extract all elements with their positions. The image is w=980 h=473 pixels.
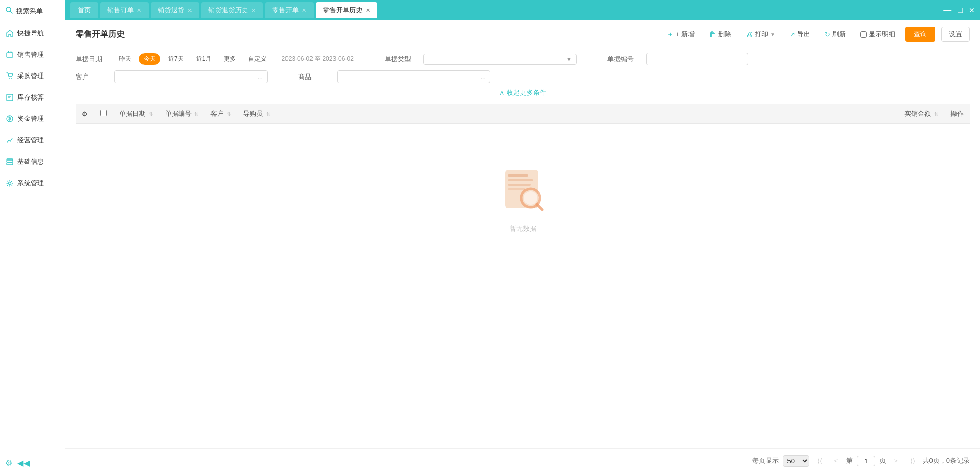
svg-rect-16: [508, 184, 531, 186]
tab-retail-open-history[interactable]: 零售开单历史 ✕: [316, 2, 377, 18]
number-filter-input[interactable]: [646, 53, 748, 65]
page-title: 零售开单历史: [76, 29, 125, 40]
collapse-more-button[interactable]: ∧ 收起更多条件: [76, 88, 970, 97]
tab-retail-open-label: 零售开单: [272, 6, 299, 15]
sidebar-item-sales-mgmt[interactable]: 销售管理: [0, 44, 65, 65]
date-btn-today[interactable]: 今天: [139, 53, 160, 65]
table-col-checkbox[interactable]: [94, 104, 113, 124]
print-button[interactable]: 🖨 打印 ▼: [742, 28, 779, 41]
sidebar-collapse-button[interactable]: ◀◀: [17, 458, 30, 468]
type-filter-select[interactable]: ▼: [423, 54, 577, 65]
print-icon: 🖨: [746, 30, 753, 38]
export-button[interactable]: ↗ 导出: [785, 28, 815, 41]
refresh-button[interactable]: ↻ 刷新: [821, 28, 850, 41]
col-action-label: 操作: [950, 110, 964, 117]
tab-retail-open[interactable]: 零售开单 ✕: [265, 2, 314, 18]
main-content: 首页 销售订单 ✕ 销货退货 ✕ 销货退货历史 ✕ 零售开单 ✕ 零售开单历史 …: [65, 0, 980, 473]
tab-close-icon[interactable]: ✕: [137, 7, 141, 14]
pagination-page-input[interactable]: 1: [857, 456, 875, 466]
chevron-up-icon: ∧: [499, 89, 505, 97]
tab-close-icon[interactable]: ✕: [366, 7, 370, 14]
customer-filter-label: 客户: [76, 72, 104, 82]
pagination-next-button[interactable]: ＞: [890, 455, 902, 467]
tab-home[interactable]: 首页: [70, 2, 98, 18]
goods-filter-select[interactable]: ...: [337, 70, 490, 83]
filter-row-1: 单据日期 昨天 今天 近7天 近1月 更多 自定义 2023-06-02 至 2…: [76, 53, 970, 65]
pagination-last-button[interactable]: ⟩⟩: [906, 455, 919, 467]
sort-arrows-icon[interactable]: ⇅: [266, 111, 270, 117]
page-header: 零售开单历史 ＋ + 新增 🗑 删除 🖨 打印 ▼ ↗ 导出: [65, 20, 980, 46]
display-detail-checkbox[interactable]: [860, 31, 867, 38]
tab-retail-open-history-label: 零售开单历史: [323, 6, 363, 15]
date-btn-more[interactable]: 更多: [219, 53, 241, 65]
sort-arrows-icon[interactable]: ⇅: [149, 111, 153, 117]
tab-close-icon[interactable]: ✕: [302, 7, 306, 14]
add-icon: ＋: [667, 30, 674, 39]
select-all-checkbox[interactable]: [100, 110, 107, 116]
sidebar-item-label: 采购管理: [17, 71, 44, 81]
collapse-more-label: 收起更多条件: [507, 88, 546, 97]
tab-home-label: 首页: [78, 6, 91, 15]
table-col-action: 操作: [944, 104, 970, 124]
date-btn-yesterday[interactable]: 昨天: [114, 53, 136, 65]
add-button[interactable]: ＋ + 新增: [663, 28, 699, 41]
date-btn-custom[interactable]: 自定义: [244, 53, 271, 65]
table-col-settings[interactable]: ⚙: [76, 104, 94, 124]
sidebar: 搜索采单 快捷导航 销售管理 采购管理: [0, 0, 65, 473]
tab-close-icon[interactable]: ✕: [251, 7, 256, 14]
goods-dots-icon: ...: [480, 73, 486, 81]
pagination-first-button[interactable]: ⟨⟨: [814, 455, 826, 467]
sidebar-bottom: ⚙ ◀◀: [0, 453, 65, 473]
empty-text: 暂无数据: [510, 224, 536, 233]
window-minimize-button[interactable]: —: [943, 6, 951, 15]
svg-rect-5: [7, 94, 13, 101]
sidebar-item-purchase-mgmt[interactable]: 采购管理: [0, 65, 65, 87]
tab-close-icon[interactable]: ✕: [187, 7, 192, 14]
sidebar-item-operations[interactable]: 经营管理: [0, 130, 65, 151]
sort-arrows-icon[interactable]: ⇅: [227, 111, 231, 117]
sidebar-search[interactable]: 搜索采单: [0, 0, 65, 22]
col-customer-label: 客户: [210, 110, 224, 117]
svg-rect-11: [7, 159, 13, 160]
sidebar-item-base-info[interactable]: 基础信息: [0, 151, 65, 172]
sidebar-item-finance[interactable]: 资金管理: [0, 108, 65, 130]
sidebar-item-quick-nav[interactable]: 快捷导航: [0, 22, 65, 44]
date-btn-1month[interactable]: 近1月: [192, 53, 217, 65]
pagination-page-label: 第: [846, 456, 853, 465]
svg-point-4: [11, 78, 12, 79]
sort-arrows-icon[interactable]: ⇅: [194, 111, 198, 117]
sidebar-item-sys-mgmt[interactable]: 系统管理: [0, 172, 65, 194]
settings-gear-button[interactable]: ⚙: [5, 458, 12, 468]
sidebar-item-label: 资金管理: [17, 114, 44, 123]
settings-button[interactable]: 设置: [941, 27, 970, 42]
svg-point-3: [9, 78, 10, 79]
window-close-button[interactable]: ✕: [969, 6, 975, 14]
table-col-amount: 实销金额 ⇅: [898, 104, 944, 124]
delete-button[interactable]: 🗑 删除: [705, 28, 735, 41]
col-guide-label: 导购员: [243, 110, 263, 117]
customer-filter-select[interactable]: ...: [114, 70, 268, 83]
table-col-customer: 客户 ⇅: [204, 104, 237, 124]
tab-sales-return-history[interactable]: 销货退货历史 ✕: [201, 2, 263, 18]
window-maximize-button[interactable]: □: [958, 6, 963, 15]
delete-icon: 🗑: [709, 30, 716, 38]
filter-row-2: 客户 ... 商品 ...: [76, 70, 970, 83]
sort-arrows-icon[interactable]: ⇅: [934, 111, 938, 117]
tab-sales-return[interactable]: 销货退货 ✕: [151, 2, 199, 18]
data-table: ⚙ 单据日期 ⇅ 单据编号 ⇅: [76, 104, 970, 124]
per-page-select[interactable]: 50 20 100: [783, 455, 809, 467]
date-btn-7days[interactable]: 近7天: [163, 53, 188, 65]
purchase-icon: [5, 71, 14, 81]
svg-line-1: [10, 11, 12, 13]
sidebar-item-inventory[interactable]: 库存核算: [0, 87, 65, 108]
pagination-total-info: 共0页，0条记录: [923, 456, 970, 465]
table-header: ⚙ 单据日期 ⇅ 单据编号 ⇅: [76, 104, 970, 124]
pagination-prev-button[interactable]: ＜: [830, 455, 842, 467]
finance-icon: [5, 114, 14, 123]
query-button[interactable]: 查询: [905, 27, 935, 42]
number-filter-label: 单据编号: [607, 55, 636, 64]
display-detail-button[interactable]: 显示明细: [856, 28, 899, 41]
tab-sales-order[interactable]: 销售订单 ✕: [100, 2, 149, 18]
svg-rect-15: [508, 179, 533, 181]
content-area: 零售开单历史 ＋ + 新增 🗑 删除 🖨 打印 ▼ ↗ 导出: [65, 20, 980, 473]
